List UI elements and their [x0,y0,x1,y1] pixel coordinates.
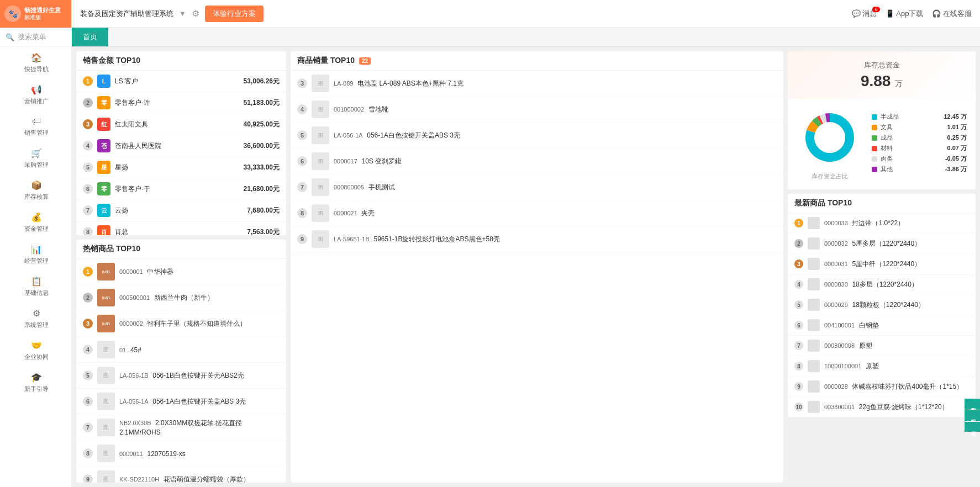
customer-name: 红太阳文具 [115,120,239,129]
product-info: LA-089 电池盖 LA-089 ABS本色+黑种 7.1克 [334,79,463,88]
product-info: 003800001 22g鱼豆腐·烧烤味（1*12*20） [824,403,949,412]
list-item: 2 IMG 000500001 新西兰牛肉（新牛） [76,285,286,311]
legend-color [872,135,877,141]
table-row: 5 星 星扬 33,333.00元 [76,157,286,178]
notification-badge[interactable]: 💬 消息 6 [852,9,877,19]
product-info: KK-SD22110H 花语萌值温分蠕蠕袋（厚款） [119,475,250,483]
rank-number: 5 [83,162,93,172]
table-row: 6 零 零售客户-于 21,680.00元 [76,178,286,200]
rank-number: 5 [83,370,93,380]
customer-ranking-header: 销售金额 TOP10 [76,51,286,71]
legend-name: 肉类 [881,155,942,163]
table-row: 8 肖 肖总 7,563.00元 [76,221,286,235]
sidebar-item-finance[interactable]: 💰资金管理 [0,207,71,239]
home-tab[interactable]: 首页 [72,28,108,46]
sidebar-item-inventory[interactable]: 📦库存核算 [0,174,71,207]
list-item: 5 图 LA-056-1A 056-1A白色按键开关盖ABS 3壳 [291,123,783,149]
sidebar-item-basic[interactable]: 📋基础信息 [0,271,71,303]
product-placeholder: 图 [312,230,329,248]
product-name: 5厘多层（1220*2440） [852,240,921,247]
trial-button[interactable]: 体验行业方案 [205,6,264,22]
dropdown-arrow-icon[interactable]: ▼ [179,9,186,18]
inventory-unit: 万 [895,79,903,88]
product-name: 手机测试 [368,183,395,191]
rank-number: 8 [83,448,93,458]
middle-panel: 商品销量 TOP10 22 3 图 LA-089 电池盖 LA-089 ABS本… [291,51,783,483]
right-panel: 库存总资金 9.88 万 库存资金占比 半成品 12.45 万 文具 1.01 … [788,51,976,483]
product-placeholder: 图 [312,152,329,170]
table-row: 7 云 云扬 7,680.00元 [76,200,286,221]
sidebar: 🐾 畅捷通好生意 标准版 🔍 搜索菜单 🏠快捷导航📢营销推广🏷销售管理🛒采购管理… [0,0,72,487]
product-placeholder [808,278,820,290]
rank-number: 7 [794,341,803,350]
customer-name: 星扬 [115,163,239,172]
app-download[interactable]: 📱 App下载 [886,9,923,19]
product-placeholder: 图 [312,100,329,118]
legend-name: 其他 [881,165,942,173]
legend-name: 文具 [881,123,944,131]
rank-number: 3 [83,319,93,329]
product-code: 001000002 [334,106,364,113]
list-item: 8 图 0000011 12070519-xs [76,441,286,467]
sidebar-item-operations[interactable]: 📊经营管理 [0,239,71,271]
sidebar-item-marketing[interactable]: 📢营销推广 [0,79,71,111]
legend-color [872,146,877,151]
product-code: 0000031 [824,261,848,267]
top-selling-header: 商品销量 TOP10 22 [291,51,783,71]
inventory-value: 9.88 [861,72,891,89]
sidebar-item-sales[interactable]: 🏷销售管理 [0,111,71,142]
legend-item: 其他 -3.86 万 [872,165,967,173]
rank-number: 8 [297,208,307,218]
product-placeholder: 图 [312,204,329,222]
rank-number: 4 [297,104,307,114]
product-name: 雪地靴 [368,105,388,113]
sidebar-item-guide[interactable]: 🎓新手引导 [0,367,71,399]
list-item: 8 10000100001 原塑 [788,356,976,377]
inventory-total-label: 库存总资金 [799,60,965,70]
customer-value: 40,925.00元 [244,120,280,129]
product-name: 056-1B白色按键开关壳ABS2壳 [152,372,244,379]
rank-number: 1 [83,267,93,277]
sidebar-item-quick-nav[interactable]: 🏠快捷导航 [0,47,71,79]
customer-ranking-card: 销售金额 TOP10 1 L LS 客户 53,006.26元 2 零 零售客户… [76,51,286,235]
list-item: 7 000800008 原塑 [788,336,976,356]
enterprise-icon: 🤝 [31,340,42,351]
sidebar-item-enterprise[interactable]: 🤝企业协同 [0,335,71,367]
legend-value: 0.07 万 [947,144,967,152]
avatar: 云 [97,204,110,217]
settings-icon[interactable]: ⚙ [192,8,199,19]
product-code: 0000028 [824,383,848,390]
product-name: 中华神器 [147,268,173,276]
list-item: 3 图 LA-089 电池盖 LA-089 ABS本色+黑种 7.1克 [291,71,783,97]
headset-icon: 🎧 [932,9,941,18]
product-placeholder [808,380,820,393]
product-placeholder: 图 [97,341,115,358]
donut-legend: 半成品 12.45 万 文具 1.01 万 成品 0.25 万 材料 0.07 … [872,113,967,176]
float-service: 客服热线服务社区直播 [965,399,980,432]
sidebar-item-purchase[interactable]: 🛒采购管理 [0,142,71,174]
product-code: LA-59651-1B [334,236,370,242]
product-name: 夹壳 [361,209,375,217]
inventory-icon: 📦 [31,180,42,190]
legend-item: 肉类 -0.05 万 [872,155,967,163]
legend-value: 1.01 万 [947,123,967,131]
product-placeholder: 图 [97,444,115,462]
product-info: 0000017 10S 变刹罗鍑 [334,157,402,166]
product-name: 18颗粒板（1220*2440） [852,301,924,309]
list-item: 5 0000029 18颗粒板（1220*2440） [788,295,976,315]
list-item: 9 图 KK-SD22110H 花语萌值温分蠕蠕袋（厚款） [76,467,286,483]
notification-icon: 💬 [852,9,861,18]
table-row: 2 零 零售客户-许 51,183.00元 [76,92,286,114]
float-service-button[interactable]: 直播 [965,422,980,432]
float-service-button[interactable]: 服务社区 [965,410,980,421]
float-service-button[interactable]: 客服热线 [965,399,980,410]
logo-text: 畅捷通好生意 标准版 [24,7,61,20]
legend-color [872,125,877,130]
purchase-icon: 🛒 [31,148,42,158]
online-service[interactable]: 🎧 在线客服 [932,9,972,19]
search-menu[interactable]: 🔍 搜索菜单 [0,28,71,47]
sidebar-item-system[interactable]: ⚙系统管理 [0,303,71,335]
top-selling-card: 商品销量 TOP10 22 3 图 LA-089 电池盖 LA-089 ABS本… [291,51,783,483]
product-info: 000800005 手机测试 [334,183,395,192]
legend-color [872,156,877,162]
